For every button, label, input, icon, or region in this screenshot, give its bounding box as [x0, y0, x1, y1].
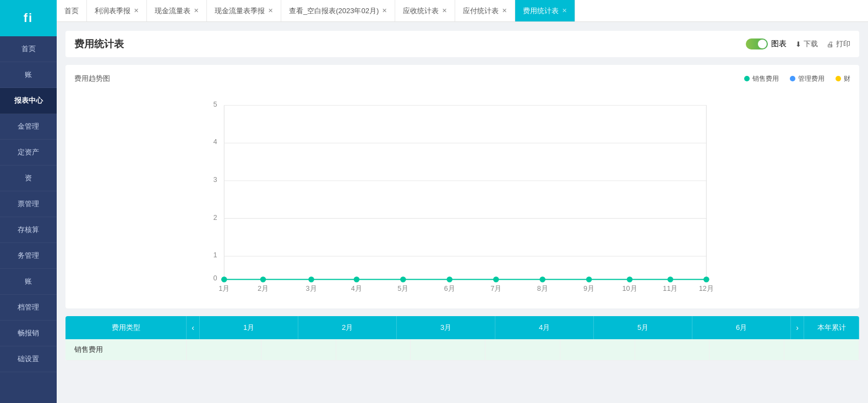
sidebar-item-archive[interactable]: 档管理 — [0, 295, 57, 321]
page-title: 费用统计表 — [74, 37, 124, 51]
legend-item-finance: 财 — [836, 74, 850, 84]
sidebar-item-expense[interactable]: 畅报销 — [0, 321, 57, 346]
th-month-2-label: 2月 — [342, 323, 353, 333]
tab-cashflow[interactable]: 现金流量表 ✕ — [147, 0, 207, 22]
tab-payable[interactable]: 应付统计表 ✕ — [455, 0, 515, 22]
table-header-row: 费用类型 ‹ 1月 2月 3月 4月 5月 — [65, 316, 859, 339]
th-month-6-label: 6月 — [736, 323, 747, 333]
sidebar-item-ledger[interactable]: 账 — [0, 269, 57, 295]
th-month-1: 1月 — [200, 316, 298, 339]
sidebar-item-service[interactable]: 务管理 — [0, 243, 57, 269]
th-prev-arrow[interactable]: ‹ — [187, 316, 200, 339]
svg-point-19 — [447, 277, 453, 283]
next-arrow-icon[interactable]: › — [796, 323, 799, 332]
close-icon[interactable]: ✕ — [442, 7, 447, 14]
sidebar-item-account[interactable]: 账 — [0, 62, 57, 88]
th-month-4: 4月 — [495, 316, 594, 339]
th-year-total: 本年累计 — [804, 316, 859, 339]
table-section: 费用类型 ‹ 1月 2月 3月 4月 5月 — [65, 316, 859, 361]
legend-dot-admin — [790, 76, 795, 81]
legend-item-admin: 管理费用 — [790, 74, 825, 84]
toggle-label: 图表 — [771, 39, 787, 49]
chart-title: 费用趋势图 — [74, 74, 110, 84]
download-icon: ⬇ — [795, 40, 801, 48]
svg-text:10月: 10月 — [622, 285, 637, 292]
td-sales-m5 — [560, 339, 635, 360]
th-year-total-label: 本年累计 — [817, 323, 846, 333]
svg-text:7月: 7月 — [490, 285, 501, 292]
svg-text:3: 3 — [214, 176, 217, 184]
tab-profit-quarterly[interactable]: 利润表季报 ✕ — [87, 0, 147, 22]
close-icon[interactable]: ✕ — [562, 7, 567, 14]
tab-cashflow-quarterly[interactable]: 现金流量表季报 ✕ — [207, 0, 281, 22]
sidebar-item-reports[interactable]: 报表中心 — [0, 88, 57, 114]
sidebar-item-inventory[interactable]: 存核算 — [0, 217, 57, 243]
print-icon: 🖨 — [827, 40, 834, 48]
sidebar-item-capital[interactable]: 资 — [0, 165, 57, 191]
sidebar-item-tickets[interactable]: 票管理 — [0, 191, 57, 217]
td-sales-m3 — [411, 339, 485, 360]
svg-text:8月: 8月 — [537, 285, 548, 292]
sidebar: fi 首页 账 报表中心 金管理 定资产 资 票管理 存核算 务管理 账 档管理… — [0, 0, 57, 403]
svg-text:2月: 2月 — [258, 285, 269, 292]
svg-text:11月: 11月 — [663, 285, 678, 292]
td-sales-m2 — [336, 339, 411, 360]
svg-text:4月: 4月 — [351, 285, 362, 292]
th-month-3-label: 3月 — [440, 323, 451, 333]
close-icon[interactable]: ✕ — [194, 7, 199, 14]
svg-point-18 — [400, 277, 406, 283]
tab-expense-stats[interactable]: 费用统计表 ✕ — [515, 0, 575, 22]
header-actions: 图表 ⬇ 下载 🖨 打印 — [746, 38, 850, 49]
download-button[interactable]: ⬇ 下载 — [795, 39, 818, 49]
th-next-arrow[interactable]: › — [791, 316, 804, 339]
sidebar-item-assets[interactable]: 定资产 — [0, 140, 57, 165]
close-icon[interactable]: ✕ — [268, 7, 273, 14]
svg-point-17 — [354, 277, 360, 283]
prev-arrow-icon[interactable]: ‹ — [192, 323, 194, 332]
print-button[interactable]: 🖨 打印 — [827, 39, 850, 49]
content-area: 费用统计表 图表 ⬇ 下载 🖨 打印 费用趋势图 — [57, 22, 868, 403]
svg-text:5: 5 — [214, 101, 217, 108]
page-header: 费用统计表 图表 ⬇ 下载 🖨 打印 — [65, 31, 859, 57]
legend-dot-sales — [744, 76, 750, 81]
chart-toggle[interactable] — [746, 38, 768, 49]
td-sales-nav — [187, 339, 261, 360]
td-sales-m4 — [485, 339, 560, 360]
th-month-5: 5月 — [594, 316, 692, 339]
legend-item-sales: 销售费用 — [744, 74, 779, 84]
th-month-1-label: 1月 — [243, 323, 254, 333]
th-type: 费用类型 — [65, 316, 187, 339]
svg-point-23 — [627, 277, 633, 283]
svg-text:5月: 5月 — [397, 285, 408, 292]
chart-legend: 销售费用 管理费用 财 — [744, 74, 850, 84]
td-sales-nav2 — [709, 339, 784, 360]
tab-home[interactable]: 首页 — [57, 0, 87, 22]
main-area: 首页 利润表季报 ✕ 现金流量表 ✕ 现金流量表季报 ✕ 查看_空白报表(202… — [57, 0, 868, 403]
legend-label-sales: 销售费用 — [752, 74, 779, 84]
th-month-2: 2月 — [298, 316, 397, 339]
tab-bar: 首页 利润表季报 ✕ 现金流量表 ✕ 现金流量表季报 ✕ 查看_空白报表(202… — [57, 0, 868, 22]
close-icon[interactable]: ✕ — [502, 7, 507, 14]
svg-text:3月: 3月 — [306, 285, 317, 292]
svg-point-20 — [493, 277, 499, 283]
chart-toggle-wrap: 图表 — [746, 38, 787, 49]
tab-blank-report[interactable]: 查看_空白报表(2023年02月) ✕ — [281, 0, 395, 22]
chart-container: 5 4 3 2 1 0 — [74, 89, 850, 300]
close-icon[interactable]: ✕ — [382, 7, 387, 14]
sidebar-item-home[interactable]: 首页 — [0, 36, 57, 62]
svg-point-22 — [586, 277, 592, 283]
sidebar-item-settings[interactable]: 础设置 — [0, 346, 57, 372]
tab-receivable[interactable]: 应收统计表 ✕ — [395, 0, 455, 22]
sidebar-item-cash[interactable]: 金管理 — [0, 114, 57, 140]
svg-text:4: 4 — [214, 138, 217, 146]
td-type-sales-label: 销售费用 — [74, 345, 103, 354]
legend-dot-finance — [836, 76, 841, 81]
td-sales-m6 — [635, 339, 710, 360]
svg-text:9月: 9月 — [583, 285, 594, 292]
th-month-6: 6月 — [692, 316, 791, 339]
svg-point-25 — [703, 277, 709, 283]
td-sales-m1 — [261, 339, 336, 360]
chart-header: 费用趋势图 销售费用 管理费用 财 — [74, 74, 850, 84]
close-icon[interactable]: ✕ — [134, 7, 139, 14]
td-sales-total — [784, 339, 859, 360]
